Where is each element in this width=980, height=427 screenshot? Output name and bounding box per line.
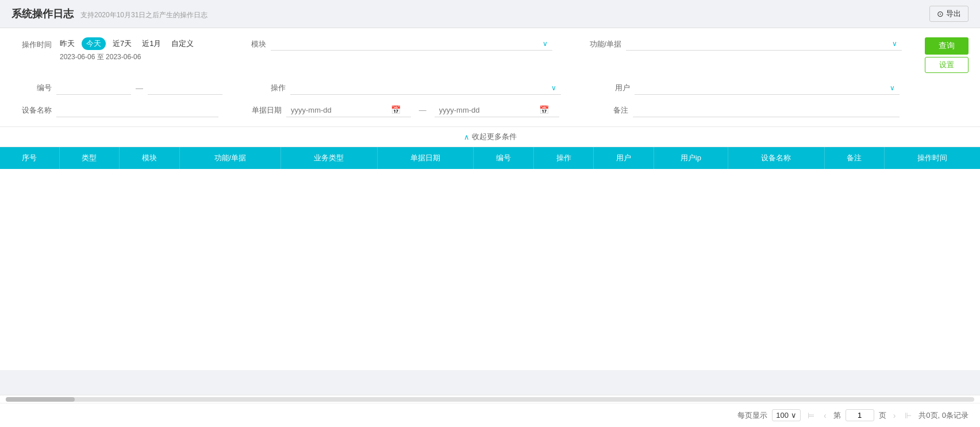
module-label: 模块 — [226, 39, 266, 49]
time-label: 操作时间 — [11, 40, 52, 50]
calendar-to-icon[interactable]: 📅 — [539, 105, 549, 114]
module-select[interactable]: ∨ — [271, 37, 552, 51]
col-type: 类型 — [59, 147, 119, 169]
remark-input[interactable] — [633, 103, 900, 117]
time-btn-custom[interactable]: 自定义 — [168, 37, 197, 50]
data-table: 序号 类型 模块 功能/单据 业务类型 单据日期 编号 操作 用户 用户ip 设… — [0, 147, 980, 169]
pagination-area: 每页显示 100 ∨ ⊨ ‹ 第 页 › ⊩ 共0页, 0条记录 — [0, 403, 980, 427]
calendar-from-icon[interactable]: 📅 — [391, 105, 401, 114]
date-range-display: 2023-06-06 至 2023-06-06 — [60, 52, 203, 62]
export-button[interactable]: ⊙ 导出 — [929, 6, 969, 22]
filter-area: 操作时间 昨天 今天 近7天 近1月 自定义 2023-06-06 至 2023… — [0, 28, 980, 127]
function-chevron-icon: ∨ — [892, 40, 897, 48]
page-title: 系统操作日志 — [11, 7, 74, 21]
col-device: 设备名称 — [728, 147, 824, 169]
scroll-track[interactable] — [6, 397, 974, 402]
col-user-ip: 用户ip — [654, 147, 728, 169]
date-to-input[interactable] — [439, 106, 536, 114]
col-number: 编号 — [474, 147, 533, 169]
collapse-button[interactable]: ∧ 收起更多条件 — [464, 132, 517, 142]
operation-label: 操作 — [245, 83, 286, 93]
date-from-input[interactable] — [291, 106, 387, 114]
export-icon: ⊙ — [937, 9, 944, 18]
table-header: 序号 类型 模块 功能/单据 业务类型 单据日期 编号 操作 用户 用户ip 设… — [0, 147, 980, 169]
col-operation: 操作 — [533, 147, 593, 169]
voucher-date-label: 单据日期 — [241, 105, 282, 116]
page-size-select[interactable]: 100 ∨ — [772, 409, 801, 421]
date-dash: — — [419, 106, 426, 114]
col-index: 序号 — [0, 147, 59, 169]
time-btn-today[interactable]: 今天 — [82, 37, 106, 50]
function-select[interactable]: ∨ — [626, 37, 902, 51]
date-from-wrap: 📅 — [286, 103, 411, 117]
query-button[interactable]: 查询 — [925, 37, 969, 55]
last-page-button[interactable]: ⊩ — [902, 410, 914, 421]
col-function: 功能/单据 — [179, 147, 280, 169]
prev-page-button[interactable]: ‹ — [821, 410, 829, 421]
collapse-label: 收起更多条件 — [472, 132, 517, 142]
per-page-label: 每页显示 — [737, 410, 767, 421]
col-remark: 备注 — [824, 147, 884, 169]
scroll-thumb[interactable] — [6, 397, 75, 402]
page-unit: 页 — [879, 410, 886, 421]
settings-button[interactable]: 设置 — [925, 57, 969, 73]
col-user: 用户 — [594, 147, 654, 169]
page-size-value: 100 — [776, 411, 789, 420]
page-header: 系统操作日志 支持2020年10月31日之后产生的操作日志 ⊙ 导出 — [0, 0, 980, 28]
user-select[interactable]: ∨ — [635, 82, 900, 95]
number-range: — — [56, 81, 222, 95]
device-label: 设备名称 — [11, 105, 52, 116]
page-number-input[interactable] — [846, 409, 874, 421]
function-label: 功能/单据 — [575, 39, 621, 49]
collapse-icon: ∧ — [464, 133, 470, 141]
export-label: 导出 — [946, 9, 961, 19]
table-area: 序号 类型 模块 功能/单据 业务类型 单据日期 编号 操作 用户 用户ip 设… — [0, 147, 980, 395]
scroll-bar-area[interactable] — [0, 395, 980, 403]
number-dash: — — [136, 84, 143, 93]
header-left: 系统操作日志 支持2020年10月31日之后产生的操作日志 — [11, 7, 207, 21]
next-page-button[interactable]: › — [891, 410, 898, 421]
user-chevron-icon: ∨ — [890, 84, 895, 92]
time-buttons: 昨天 今天 近7天 近1月 自定义 — [56, 37, 197, 50]
empty-area — [0, 169, 980, 370]
col-date: 单据日期 — [377, 147, 474, 169]
first-page-button[interactable]: ⊨ — [805, 410, 817, 421]
number-label: 编号 — [11, 83, 52, 93]
col-module: 模块 — [120, 147, 179, 169]
action-buttons: 查询 设置 — [925, 37, 969, 73]
col-op-time: 操作时间 — [884, 147, 980, 169]
remark-label: 备注 — [582, 105, 628, 116]
operation-chevron-icon: ∨ — [551, 84, 556, 92]
col-biz-type: 业务类型 — [281, 147, 378, 169]
time-btn-7days[interactable]: 近7天 — [109, 37, 135, 50]
user-label: 用户 — [584, 83, 630, 93]
number-to-input[interactable] — [148, 81, 222, 95]
date-to-wrap: 📅 — [435, 103, 559, 117]
page-label: 第 — [833, 410, 841, 421]
module-chevron-icon: ∨ — [543, 40, 548, 48]
device-input[interactable] — [56, 103, 218, 117]
total-info: 共0页, 0条记录 — [918, 410, 969, 421]
time-btn-yesterday[interactable]: 昨天 — [56, 37, 78, 50]
page-size-chevron: ∨ — [791, 411, 797, 420]
number-from-input[interactable] — [56, 81, 131, 95]
operation-select[interactable]: ∨ — [290, 82, 561, 95]
time-btn-1month[interactable]: 近1月 — [139, 37, 164, 50]
page-subtitle: 支持2020年10月31日之后产生的操作日志 — [80, 10, 207, 20]
collapse-bar: ∧ 收起更多条件 — [0, 127, 980, 147]
